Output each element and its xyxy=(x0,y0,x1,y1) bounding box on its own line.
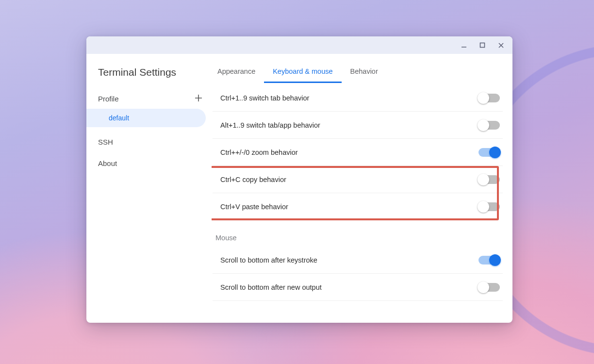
setting-label: Ctrl+C copy behavior xyxy=(220,176,286,183)
profile-label: Profile xyxy=(98,95,119,103)
setting-label: Ctrl+1..9 switch tab behavior xyxy=(220,94,309,102)
setting-ctrl-c-copy: Ctrl+C copy behavior xyxy=(213,166,503,193)
mouse-section-label: Mouse xyxy=(213,220,503,247)
tab-appearance[interactable]: Appearance xyxy=(213,61,264,83)
setting-scroll-after-output: Scroll to bottom after new output xyxy=(213,274,503,301)
add-profile-button[interactable] xyxy=(194,94,203,104)
sidebar-item-label: About xyxy=(98,159,117,167)
svg-rect-1 xyxy=(480,43,485,48)
setting-ctrl-v-paste: Ctrl+V paste behavior xyxy=(213,193,503,220)
settings-list: Ctrl+1..9 switch tab behavior Alt+1..9 s… xyxy=(213,83,503,301)
setting-alt-1-9-tab: Alt+1..9 switch tab/app behavior xyxy=(213,112,503,139)
sidebar-item-label: default xyxy=(109,114,129,122)
minimize-button[interactable] xyxy=(455,38,473,52)
setting-label: Scroll to bottom after keystroke xyxy=(220,256,317,264)
toggle-ctrl-c-copy[interactable] xyxy=(478,175,500,184)
setting-scroll-after-keystroke: Scroll to bottom after keystroke xyxy=(213,247,503,274)
settings-window: Terminal Settings Profile default SSH Ab… xyxy=(86,36,512,323)
toggle-alt-1-9-tab[interactable] xyxy=(478,121,500,130)
window-titlebar xyxy=(86,36,512,54)
sidebar-item-ssh[interactable]: SSH xyxy=(86,131,212,152)
sidebar-item-about[interactable]: About xyxy=(86,152,212,174)
tab-behavior[interactable]: Behavior xyxy=(342,61,387,83)
tab-bar: Appearance Keyboard & mouse Behavior xyxy=(213,61,503,83)
maximize-button[interactable] xyxy=(474,38,491,52)
toggle-scroll-after-keystroke[interactable] xyxy=(478,256,500,265)
close-button[interactable] xyxy=(492,38,510,52)
toggle-ctrl-1-9-tab[interactable] xyxy=(478,94,500,102)
setting-ctrl-1-9-tab: Ctrl+1..9 switch tab behavior xyxy=(213,84,503,112)
setting-label: Alt+1..9 switch tab/app behavior xyxy=(220,121,320,129)
setting-label: Ctrl+V paste behavior xyxy=(220,203,288,211)
toggle-ctrl-zoom[interactable] xyxy=(478,148,500,157)
profile-section-header: Profile xyxy=(86,89,212,109)
setting-label: Scroll to bottom after new output xyxy=(220,283,322,291)
sidebar-item-default[interactable]: default xyxy=(86,109,206,127)
toggle-scroll-after-output[interactable] xyxy=(478,283,500,292)
setting-ctrl-zoom: Ctrl++/-/0 zoom behavior xyxy=(213,139,503,166)
setting-label: Ctrl++/-/0 zoom behavior xyxy=(220,149,298,156)
main-panel: Appearance Keyboard & mouse Behavior Ctr… xyxy=(212,54,512,323)
sidebar: Terminal Settings Profile default SSH Ab… xyxy=(86,54,212,323)
page-title: Terminal Settings xyxy=(86,66,212,89)
sidebar-item-label: SSH xyxy=(98,138,113,146)
tab-keyboard-mouse[interactable]: Keyboard & mouse xyxy=(264,61,341,83)
toggle-ctrl-v-paste[interactable] xyxy=(478,202,500,211)
